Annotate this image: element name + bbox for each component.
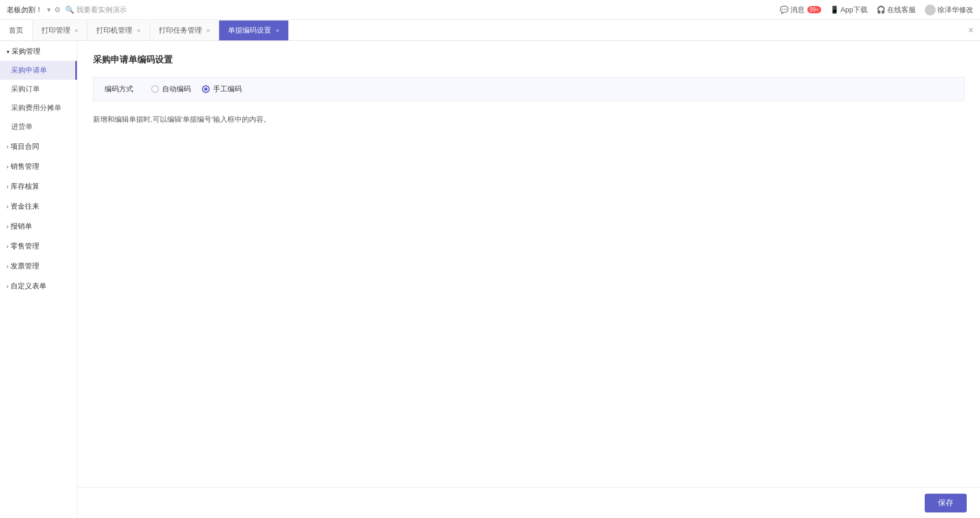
purchase-request-label: 采购申请单 [11, 66, 47, 74]
tab-print-task[interactable]: 打印任务管理 × [150, 20, 219, 40]
bottom-bar: 保存 [77, 487, 980, 518]
save-button[interactable]: 保存 [925, 494, 967, 512]
funds-arrow-icon: › [7, 204, 8, 210]
auto-code-label: 自动编码 [162, 84, 191, 94]
sidebar-item-inbound[interactable]: 进货单 [0, 117, 77, 136]
retail-arrow-icon: › [7, 244, 8, 250]
app-download-icon: 📱 [830, 6, 839, 14]
page-title: 采购申请单编码设置 [93, 54, 965, 66]
sidebar-group-invoice-title[interactable]: › 发票管理 [0, 256, 77, 276]
notification-label: 消息 [790, 5, 805, 15]
code-setting-label: 编码方式 [105, 84, 138, 94]
tab-printer-mgmt-close[interactable]: × [137, 27, 140, 34]
sidebar-item-purchase-order[interactable]: 采购订单 [0, 80, 77, 99]
tab-print-task-close[interactable]: × [206, 27, 210, 34]
main-layout: ▾ 采购管理 采购申请单 采购订单 采购费用分摊单 进货单 › 项目合同 [0, 41, 980, 518]
sidebar-group-inventory: › 库存核算 [0, 176, 77, 196]
top-bar-left: 老板勿割！ ▾ ⚙ 🔍 我要看实例演示 [7, 5, 127, 15]
purchase-arrow-icon: ▾ [7, 49, 9, 55]
tab-barcode-close[interactable]: × [276, 27, 279, 34]
notification-badge: 99+ [807, 6, 821, 13]
sidebar-group-custom-form-title[interactable]: › 自定义表单 [0, 276, 77, 296]
sidebar-group-purchase-title[interactable]: ▾ 采购管理 [0, 41, 77, 61]
avatar-icon [925, 4, 936, 15]
top-bar-icons: ▾ ⚙ [47, 6, 61, 14]
tab-print-mgmt-label: 打印管理 [42, 25, 70, 35]
tab-bar-close-all[interactable]: × [962, 25, 980, 35]
tab-home-label: 首页 [9, 25, 23, 35]
returns-arrow-icon: › [7, 224, 8, 230]
sidebar-item-purchase-expense[interactable]: 采购费用分摊单 [0, 99, 77, 117]
purchase-group-label: 采购管理 [12, 46, 40, 56]
purchase-expense-label: 采购费用分摊单 [11, 103, 61, 112]
tab-print-mgmt-close[interactable]: × [75, 27, 78, 34]
notification-icon: 💬 [780, 6, 789, 14]
tab-print-mgmt[interactable]: 打印管理 × [33, 20, 87, 40]
retail-group-label: 零售管理 [11, 241, 39, 251]
invoice-group-label: 发票管理 [11, 261, 39, 271]
app-download-label: App下载 [841, 5, 868, 15]
sidebar-group-purchase: ▾ 采购管理 采购申请单 采购订单 采购费用分摊单 进货单 [0, 41, 77, 136]
user-label: 徐泽华修改 [937, 5, 973, 15]
tab-bar: 首页 打印管理 × 打印机管理 × 打印任务管理 × 单据编码设置 × × [0, 20, 980, 41]
project-group-label: 项目合同 [11, 142, 39, 152]
sidebar-group-invoice: › 发票管理 [0, 256, 77, 276]
top-bar-right: 💬 消息 99+ 📱 App下载 🎧 在线客服 徐泽华修改 [780, 4, 973, 15]
tab-print-task-label: 打印任务管理 [159, 25, 202, 35]
inventory-group-label: 库存核算 [11, 182, 39, 191]
description-text: 新增和编辑单据时,可以编辑'单据编号'输入框中的内容。 [93, 112, 965, 127]
online-service-icon: 🎧 [877, 6, 885, 14]
code-setting-row: 编码方式 自动编码 手工编码 [93, 77, 965, 101]
search-label: 我要看实例演示 [76, 5, 127, 15]
inbound-label: 进货单 [11, 122, 33, 131]
tab-barcode-setting[interactable]: 单据编码设置 × [219, 20, 288, 40]
sidebar-group-funds-title[interactable]: › 资金往来 [0, 196, 77, 216]
funds-group-label: 资金往来 [11, 201, 39, 211]
notification-item[interactable]: 💬 消息 99+ [780, 5, 821, 15]
search-icon: 🔍 [65, 6, 74, 14]
sidebar-group-retail-title[interactable]: › 零售管理 [0, 236, 77, 256]
radio-group: 自动编码 手工编码 [151, 84, 242, 94]
tab-printer-mgmt[interactable]: 打印机管理 × [87, 20, 149, 40]
invoice-arrow-icon: › [7, 263, 8, 270]
project-arrow-icon: › [7, 144, 8, 150]
app-title: 老板勿割！ [7, 5, 43, 15]
manual-code-radio-circle[interactable] [202, 85, 210, 93]
online-service-label: 在线客服 [887, 5, 916, 15]
tab-home[interactable]: 首页 [0, 20, 33, 40]
content-main: 采购申请单编码设置 编码方式 自动编码 手工编码 新增和编辑单据时,可以编辑'单… [77, 41, 980, 487]
sidebar-group-funds: › 资金往来 [0, 196, 77, 216]
tab-printer-mgmt-label: 打印机管理 [96, 25, 132, 35]
purchase-order-label: 采购订单 [11, 85, 40, 93]
sales-arrow-icon: › [7, 164, 8, 170]
inventory-arrow-icon: › [7, 184, 8, 190]
sidebar-group-inventory-title[interactable]: › 库存核算 [0, 176, 77, 196]
sidebar-group-sales-title[interactable]: › 销售管理 [0, 156, 77, 176]
auto-code-radio-circle[interactable] [151, 85, 159, 93]
top-bar-search[interactable]: 🔍 我要看实例演示 [65, 5, 127, 15]
returns-group-label: 报销单 [11, 221, 32, 231]
sidebar-item-purchase-request[interactable]: 采购申请单 [0, 61, 77, 80]
sidebar-group-project-title[interactable]: › 项目合同 [0, 136, 77, 156]
manual-code-label: 手工编码 [213, 84, 242, 94]
sidebar-group-sales: › 销售管理 [0, 156, 77, 176]
sales-group-label: 销售管理 [11, 162, 39, 172]
custom-form-group-label: 自定义表单 [11, 281, 46, 291]
auto-code-radio[interactable]: 自动编码 [151, 84, 191, 94]
manual-code-radio[interactable]: 手工编码 [202, 84, 242, 94]
settings-icon[interactable]: ⚙ [54, 6, 61, 14]
sidebar-group-retail: › 零售管理 [0, 236, 77, 256]
app-download-item[interactable]: 📱 App下载 [830, 5, 868, 15]
content-area: 采购申请单编码设置 编码方式 自动编码 手工编码 新增和编辑单据时,可以编辑'单… [77, 41, 980, 518]
custom-form-arrow-icon: › [7, 283, 8, 289]
user-profile-item[interactable]: 徐泽华修改 [925, 4, 973, 15]
tab-barcode-label: 单据编码设置 [228, 25, 271, 35]
sidebar-group-returns: › 报销单 [0, 216, 77, 236]
sidebar-group-returns-title[interactable]: › 报销单 [0, 216, 77, 236]
sidebar-group-project: › 项目合同 [0, 136, 77, 156]
sidebar: ▾ 采购管理 采购申请单 采购订单 采购费用分摊单 进货单 › 项目合同 [0, 41, 77, 518]
sidebar-group-custom-form: › 自定义表单 [0, 276, 77, 296]
dropdown-icon[interactable]: ▾ [47, 6, 51, 14]
online-service-item[interactable]: 🎧 在线客服 [877, 5, 916, 15]
top-bar: 老板勿割！ ▾ ⚙ 🔍 我要看实例演示 💬 消息 99+ 📱 App下载 🎧 在… [0, 0, 980, 20]
